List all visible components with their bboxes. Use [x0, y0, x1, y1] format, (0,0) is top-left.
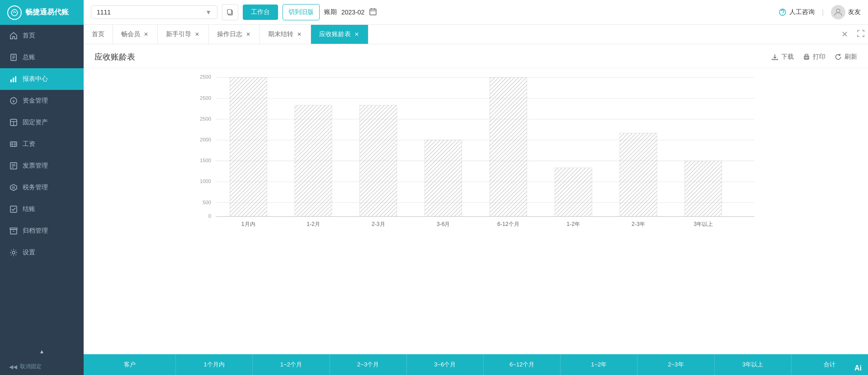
chart-icon — [9, 75, 18, 84]
cancel-fixed-icon: ◀◀ — [9, 364, 17, 370]
sidebar-label-archive: 归档管理 — [23, 227, 48, 235]
tabs-fullscreen-button[interactable] — [854, 30, 868, 39]
sidebar-label-ledger: 总账 — [23, 53, 35, 61]
user-menu[interactable]: 友友 — [831, 5, 861, 19]
bar-3-6月 — [425, 140, 462, 216]
svg-rect-28 — [227, 9, 231, 14]
ai-badge[interactable]: Ai — [848, 361, 868, 375]
tabs-close-all-button[interactable]: ✕ — [836, 29, 854, 39]
calendar-icon[interactable] — [369, 8, 377, 17]
download-label: 下载 — [781, 53, 794, 61]
table-col-1month: 1个月内 — [176, 354, 253, 375]
sidebar-label-reports: 报表中心 — [23, 75, 48, 83]
sidebar-item-invoice[interactable]: 发票管理 — [0, 155, 84, 177]
app-name: 畅捷通易代账 — [25, 8, 69, 17]
sidebar-item-home[interactable]: 首页 — [0, 25, 84, 47]
company-selector[interactable]: 1111 ▼ — [91, 5, 217, 19]
sidebar-item-checkout[interactable]: 结账 — [0, 198, 84, 220]
cancel-fixed-label: 取消固定 — [20, 363, 42, 370]
svg-point-34 — [783, 14, 783, 15]
bar-2-3月 — [360, 105, 397, 216]
bar-1月内 — [230, 77, 267, 216]
page-header: 应收账龄表 下载 打印 — [84, 44, 868, 68]
sidebar-menu: 首页 总账 报表中心 — [0, 25, 84, 345]
tab-home-label: 首页 — [92, 30, 104, 38]
sidebar-item-settings[interactable]: 设置 — [0, 242, 84, 263]
switch-version-button[interactable]: 切到旧版 — [283, 4, 320, 20]
bar-1-2月 — [295, 105, 332, 216]
svg-text:500: 500 — [203, 200, 211, 205]
sidebar-label-checkout: 结账 — [23, 205, 35, 213]
svg-text:2500: 2500 — [200, 74, 211, 80]
tab-period-end-close[interactable]: ✕ — [296, 30, 302, 38]
sidebar-item-archive[interactable]: 归档管理 — [0, 220, 84, 242]
tab-aging[interactable]: 应收账龄表 ✕ — [311, 25, 368, 44]
print-button[interactable]: 打印 — [803, 53, 826, 61]
tab-member-close[interactable]: ✕ — [143, 30, 149, 38]
salary-icon — [9, 140, 18, 149]
svg-text:1月内: 1月内 — [241, 221, 255, 227]
bar-1-2年 — [555, 168, 592, 217]
tab-log[interactable]: 操作日志 ✕ — [209, 25, 260, 44]
tab-member-label: 畅会员 — [121, 30, 140, 38]
user-name: 友友 — [848, 8, 861, 16]
sidebar-item-ledger[interactable]: 总账 — [0, 47, 84, 68]
copy-company-button[interactable] — [222, 4, 238, 20]
tab-period-end[interactable]: 期末结转 ✕ — [260, 25, 311, 44]
sidebar-item-tax[interactable]: 税 税务管理 — [0, 177, 84, 198]
consult-button[interactable]: 人工咨询 — [778, 8, 815, 16]
svg-text:2500: 2500 — [200, 95, 211, 101]
tab-log-label: 操作日志 — [217, 30, 242, 38]
checkout-icon — [9, 205, 18, 214]
sidebar-item-reports[interactable]: 报表中心 — [0, 68, 84, 90]
bar-2-3年 — [620, 133, 657, 217]
scroll-down-icon[interactable]: ▲ — [0, 345, 84, 358]
svg-text:3-6月: 3-6月 — [437, 221, 450, 227]
tab-guide-close[interactable]: ✕ — [194, 30, 200, 38]
svg-text:2-3月: 2-3月 — [372, 221, 385, 227]
svg-rect-4 — [10, 80, 12, 82]
svg-text:2000: 2000 — [200, 137, 211, 142]
svg-text:1-2年: 1-2年 — [566, 221, 580, 227]
bar-chart: 2500 2500 2500 2000 1500 1000 500 0 — [94, 73, 857, 244]
bar-6-12月 — [490, 77, 527, 216]
refresh-button[interactable]: 刷新 — [835, 53, 857, 61]
tab-log-close[interactable]: ✕ — [245, 30, 251, 38]
table-col-customer: 客户 — [84, 354, 176, 375]
svg-point-26 — [12, 251, 15, 254]
tab-guide[interactable]: 新手引导 ✕ — [158, 25, 209, 44]
refresh-label: 刷新 — [844, 53, 857, 61]
svg-rect-38 — [805, 58, 808, 59]
tab-aging-close[interactable]: ✕ — [354, 30, 360, 38]
money-icon: ¥ — [9, 96, 18, 105]
workbench-button[interactable]: 工作台 — [243, 5, 278, 20]
company-name: 1111 — [97, 9, 202, 16]
topbar-right: 人工咨询 | 友友 — [778, 5, 861, 19]
bar-3年以上 — [685, 161, 722, 216]
svg-text:3年以上: 3年以上 — [693, 221, 713, 227]
tab-aging-label: 应收账龄表 — [319, 30, 351, 38]
sidebar-item-salary[interactable]: 工资 — [0, 133, 84, 155]
tab-period-end-label: 期末结转 — [268, 30, 293, 38]
app-logo: 畅捷通易代账 — [0, 0, 84, 25]
sidebar-label-invoice: 发票管理 — [23, 162, 48, 170]
sidebar-item-funds[interactable]: ¥ 资金管理 — [0, 90, 84, 112]
svg-text:1500: 1500 — [200, 158, 211, 163]
download-button[interactable]: 下载 — [771, 53, 794, 61]
sidebar: 畅捷通易代账 首页 总账 — [0, 0, 84, 375]
svg-text:6-12个月: 6-12个月 — [497, 221, 519, 227]
tab-guide-label: 新手引导 — [166, 30, 191, 38]
cancel-fixed-btn[interactable]: ◀◀ 取消固定 — [0, 358, 84, 375]
sidebar-label-tax: 税务管理 — [23, 183, 48, 192]
svg-rect-5 — [13, 78, 14, 82]
tab-member[interactable]: 畅会员 ✕ — [113, 25, 158, 44]
table-col-1-2years: 1~2年 — [561, 354, 637, 375]
sidebar-label-settings: 设置 — [23, 248, 35, 257]
consult-label: 人工咨询 — [789, 8, 815, 16]
table-col-3-6months: 3~6个月 — [407, 354, 484, 375]
company-dropdown-icon: ▼ — [205, 9, 212, 16]
tab-home[interactable]: 首页 — [84, 25, 113, 44]
sidebar-label-salary: 工资 — [23, 140, 35, 148]
sidebar-item-assets[interactable]: 固定资产 — [0, 112, 84, 133]
page-actions: 下载 打印 刷新 — [771, 53, 857, 61]
